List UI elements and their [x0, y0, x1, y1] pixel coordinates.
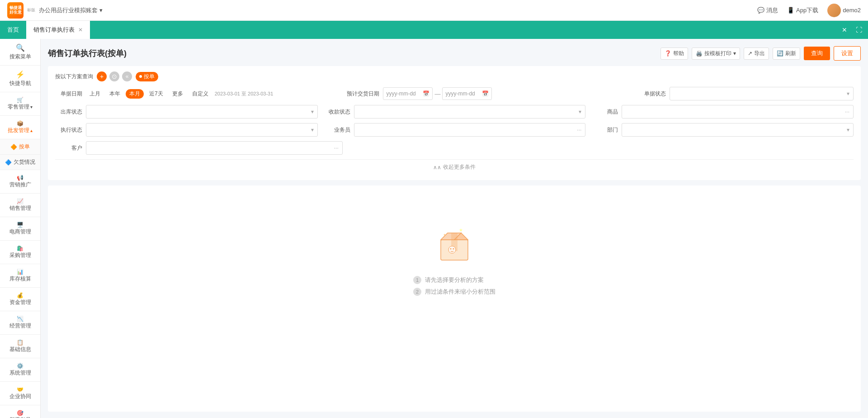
manage-scheme-button[interactable]: ⊙ — [109, 71, 119, 81]
inventory-icon: 📊 — [17, 269, 24, 275]
inventory-label: 库存核算 — [9, 275, 31, 283]
help-label: 帮助 — [673, 50, 684, 57]
exec-status-label: 执行状态 — [55, 126, 82, 134]
account-name: 办公用品行业模拟账套 — [39, 6, 98, 14]
svg-point-4 — [448, 246, 456, 253]
date-tab-this-year[interactable]: 本年 — [106, 89, 124, 99]
refresh-button[interactable]: 🔄 刷新 — [773, 48, 800, 60]
sidebar-item-sales[interactable]: 📈 销售管理 — [0, 194, 40, 217]
sidebar-item-marketing[interactable]: 📢 营销推广 — [0, 170, 40, 194]
avatar — [827, 4, 841, 17]
empty-step-1: 1 请先选择要分析的方案 — [413, 276, 495, 284]
product-label: 商品 — [591, 108, 618, 116]
operation-label: 经营管理 — [9, 322, 31, 330]
calendar-icon-end: 📅 — [482, 90, 489, 97]
sidebar-item-finance[interactable]: 💰 资金管理 — [0, 288, 40, 311]
sidebar-sub-item-sales-order[interactable]: 🔶 按单 — [0, 139, 40, 155]
operation-icon: 📉 — [17, 316, 24, 322]
product-more-icon[interactable]: ··· — [845, 109, 849, 115]
stock-status-label: 出库状态 — [55, 108, 82, 116]
sidebar-item-newuser[interactable]: 🎯 新手引导 — [0, 405, 40, 418]
date-group: 单据日期 上月 本年 本月 近7天 更多 自定义 2023-03-01 至 20… — [55, 89, 341, 99]
tab-bar: 首页 销售订单执行表 ✕ ✕ ⛶ — [0, 21, 868, 39]
tab-close-all-icon[interactable]: ✕ — [839, 24, 850, 35]
receivable-label: 欠货情况 — [14, 158, 35, 166]
date-tab-more[interactable]: 更多 — [169, 89, 187, 99]
export-button[interactable]: ↗ 导出 — [744, 48, 769, 60]
scheme-dot — [139, 75, 142, 78]
wholesale-label: 批发管理 ▴ — [8, 127, 33, 134]
exec-status-select[interactable]: ▾ — [86, 123, 318, 137]
sidebar-item-enterprise[interactable]: 🤝 企业协同 — [0, 382, 40, 405]
account-dropdown[interactable]: 办公用品行业模拟账套 ▾ — [39, 6, 103, 14]
sidebar-item-wholesale[interactable]: 📦 批发管理 ▴ — [0, 116, 40, 139]
sales-label: 销售管理 — [9, 204, 31, 212]
app-download-label: App下载 — [796, 6, 818, 14]
sidebar-item-system[interactable]: ⚙️ 系统管理 — [0, 358, 40, 382]
salesperson-input[interactable]: ··· — [354, 123, 586, 137]
scheme-tag-sales-order[interactable]: 按单 — [136, 72, 158, 81]
refresh-label: 刷新 — [785, 50, 796, 57]
collapse-bar[interactable]: ∧∧ 收起更多条件 — [55, 159, 854, 175]
tab-sales-exec[interactable]: 销售订单执行表 ✕ — [26, 21, 90, 39]
page-actions: ❓ 帮助 🖨️ 按模板打印 ▾ ↗ 导出 🔄 刷新 查询 设置 — [660, 46, 861, 61]
sidebar-item-retail[interactable]: 🛒 零售管理 ▾ — [0, 92, 40, 116]
stock-status-select[interactable]: ▾ — [86, 105, 318, 119]
date-label: 单据日期 — [55, 90, 82, 98]
download-icon: 📱 — [787, 7, 794, 14]
template-print-button[interactable]: 🖨️ 按模板打印 ▾ — [692, 48, 740, 60]
wholesale-sub-menu: 🔶 按单 🔷 欠货情况 — [0, 139, 40, 170]
tab-expand-icon[interactable]: ⛶ — [854, 24, 864, 35]
expected-date-start[interactable]: yyyy-mm-dd 📅 — [383, 87, 433, 100]
payment-status-select[interactable]: ▾ — [354, 105, 586, 119]
marketing-label: 营销推广 — [9, 181, 31, 189]
sidebar-item-ecommerce[interactable]: 🖥️ 电商管理 — [0, 217, 40, 241]
expected-date-end[interactable]: yyyy-mm-dd 📅 — [442, 87, 492, 100]
salesperson-more-icon[interactable]: ··· — [577, 127, 581, 133]
sidebar-item-operation[interactable]: 📉 经营管理 — [0, 311, 40, 335]
empty-illustration: ★ ✦ — [432, 222, 477, 267]
date-tab-prev-month[interactable]: 上月 — [86, 89, 104, 99]
sidebar-item-basic[interactable]: 📋 基础信息 — [0, 335, 40, 358]
wholesale-icon: 📦 — [17, 120, 24, 127]
help-icon: ❓ — [665, 50, 671, 57]
retail-label: 零售管理 ▾ — [8, 103, 33, 111]
tab-home[interactable]: 首页 — [0, 21, 26, 39]
customer-input[interactable]: ··· — [86, 141, 343, 155]
collapse-up-icon: ∧∧ — [433, 164, 441, 171]
app-download-button[interactable]: 📱 App下载 — [787, 6, 818, 14]
ecommerce-icon: 🖥️ — [17, 222, 24, 228]
product-input[interactable]: ··· — [622, 105, 854, 119]
date-tab-custom[interactable]: 自定义 — [189, 89, 212, 99]
doc-status-select[interactable]: ▾ — [670, 87, 854, 100]
marketing-icon: 📢 — [17, 175, 24, 181]
tab-sales-exec-label: 销售订单执行表 — [33, 26, 75, 34]
sidebar-sub-item-receivable[interactable]: 🔷 欠货情况 — [0, 155, 40, 170]
purchase-icon: 🛍️ — [17, 245, 24, 252]
sidebar-item-purchase[interactable]: 🛍️ 采购管理 — [0, 241, 40, 264]
date-tab-last7[interactable]: 近7天 — [146, 89, 167, 99]
tab-bar-actions: ✕ ⛶ — [839, 24, 868, 35]
expected-date-end-placeholder: yyyy-mm-dd — [445, 90, 475, 97]
expected-date-label: 预计交货日期 — [347, 90, 379, 98]
tab-close-icon[interactable]: ✕ — [78, 27, 83, 33]
message-button[interactable]: 💬 消息 — [757, 6, 778, 14]
settings-button[interactable]: 设置 — [834, 46, 861, 61]
help-button[interactable]: ❓ 帮助 — [660, 48, 688, 60]
step-2-text: 用过滤条件来缩小分析范围 — [425, 288, 495, 296]
enterprise-icon: 🤝 — [17, 386, 24, 393]
product-group: 商品 ··· — [591, 105, 854, 119]
export-label: 导出 — [754, 50, 765, 57]
query-button[interactable]: 查询 — [804, 47, 830, 60]
svg-point-5 — [450, 248, 452, 250]
date-tab-current-month[interactable]: 本月 — [126, 89, 144, 99]
add-scheme-button[interactable]: + — [97, 71, 107, 81]
sidebar-search[interactable]: 🔍 搜索菜单 — [0, 39, 40, 66]
user-avatar-area[interactable]: demo2 — [827, 4, 861, 17]
ecommerce-label: 电商管理 — [9, 228, 31, 236]
sidebar-quick-nav[interactable]: ⚡ 快捷导航 — [0, 66, 40, 92]
department-select[interactable]: ▾ — [622, 123, 854, 137]
collapse-scheme-button[interactable]: « — [122, 71, 132, 81]
customer-more-icon[interactable]: ··· — [334, 145, 339, 151]
sidebar-item-inventory[interactable]: 📊 库存核算 — [0, 264, 40, 288]
